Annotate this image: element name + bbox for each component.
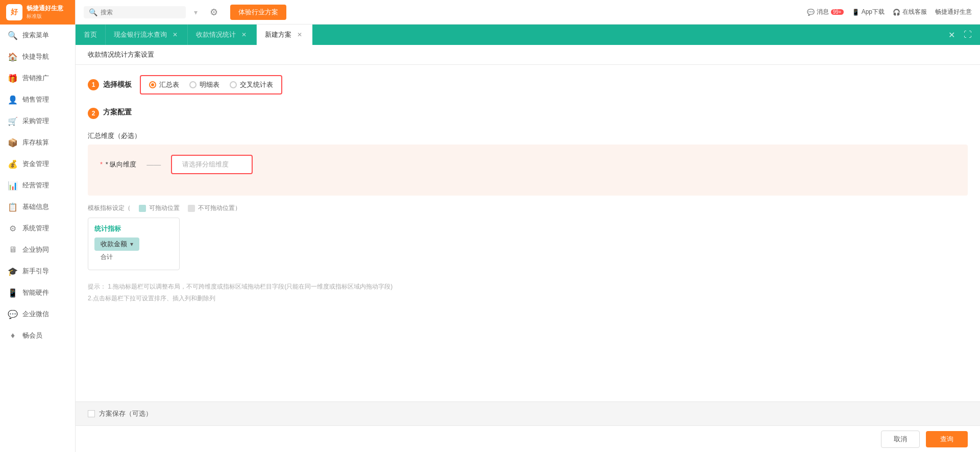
indicator-tags: 收款金额 ▾ 合计 — [94, 237, 173, 264]
clipboard-icon: 📋 — [8, 202, 17, 211]
radio-summary-circle — [149, 81, 156, 88]
sidebar-item-sales[interactable]: 👤 销售管理 — [0, 89, 75, 110]
radio-detail-label: 明细表 — [200, 80, 219, 89]
indicators-group-label: 统计指标 — [94, 224, 173, 233]
page-title: 收款情况统计方案设置 — [88, 51, 154, 58]
sidebar-item-guide[interactable]: 🎓 新手引导 — [0, 260, 75, 282]
sidebar-item-hardware[interactable]: 📱 智能硬件 — [0, 282, 75, 303]
settings-icon[interactable]: ⚙ — [206, 4, 222, 20]
sidebar-item-label: 搜索菜单 — [22, 31, 49, 40]
sidebar-item-label: 销售管理 — [22, 95, 49, 104]
logo-icon: 好 — [6, 4, 22, 20]
sidebar-item-inventory[interactable]: 📦 库存核算 — [0, 132, 75, 153]
sidebar-item-label: 营销推广 — [22, 74, 49, 83]
sidebar-item-purchase[interactable]: 🛒 采购管理 — [0, 110, 75, 132]
indicators-table: 统计指标 收款金额 ▾ 合计 — [88, 218, 180, 270]
sidebar-title-text: 畅捷通好生意 — [27, 5, 63, 13]
search-input[interactable] — [101, 9, 177, 16]
tab-receipt-stats[interactable]: 收款情况统计 ✕ — [188, 25, 257, 45]
tab-receipt-stats-close[interactable]: ✕ — [240, 31, 248, 39]
app-download-button[interactable]: 📱 App下载 — [852, 8, 885, 16]
indicators-section-prefix: 模板指标设定（ — [88, 204, 131, 212]
step1-label: 选择模板 — [103, 80, 132, 89]
cancel-button[interactable]: 取消 — [881, 431, 920, 448]
indicator-sub-label: 合计 — [94, 251, 173, 264]
form-section: 1 选择模板 汇总表 明细表 交叉统计表 — [76, 65, 980, 401]
guide-icon: 🎓 — [8, 267, 17, 276]
sidebar-item-basic-info[interactable]: 📋 基础信息 — [0, 196, 75, 218]
non-draggable-legend-box — [188, 205, 195, 212]
tab-cash-flow-label: 现金银行流水查询 — [114, 30, 167, 39]
page-header: 收款情况统计方案设置 — [76, 45, 980, 65]
download-icon: 📱 — [852, 9, 860, 16]
online-service-button[interactable]: 🎧 在线客服 — [893, 8, 927, 16]
tab-cash-flow[interactable]: 现金银行流水查询 ✕ — [106, 25, 188, 45]
tab-cash-flow-close[interactable]: ✕ — [171, 31, 179, 39]
sidebar-badge: 标准版 — [27, 13, 63, 20]
sidebar-item-system[interactable]: ⚙ 系统管理 — [0, 218, 75, 239]
sidebar-item-member[interactable]: ♦ 畅会员 — [0, 325, 75, 346]
step2-row: 2 方案配置 — [88, 107, 968, 119]
tab-new-plan-close[interactable]: ✕ — [296, 31, 304, 39]
radio-cross-label: 交叉统计表 — [240, 80, 273, 89]
sidebar-item-label: 系统管理 — [22, 224, 49, 233]
box-icon: 📦 — [8, 138, 17, 147]
search-dropdown-icon[interactable]: ▾ — [194, 8, 198, 16]
radio-detail-circle — [189, 81, 197, 88]
sidebar-item-operations[interactable]: 📊 经营管理 — [0, 175, 75, 196]
trial-button[interactable]: 体验行业方案 — [230, 5, 286, 20]
wechat-icon: 💬 — [8, 310, 17, 319]
page-content: 收款情况统计方案设置 1 选择模板 汇总表 明细表 — [76, 45, 980, 425]
radio-cross-circle — [230, 81, 237, 88]
dimension-input-box[interactable]: 请选择分组维度 — [171, 155, 253, 174]
tab-home[interactable]: 首页 — [76, 25, 106, 45]
sidebar-item-capital[interactable]: 💰 资金管理 — [0, 153, 75, 175]
search-icon: 🔍 — [89, 8, 97, 16]
tab-new-plan[interactable]: 新建方案 ✕ — [257, 25, 312, 45]
hint-line-1: 提示： 1.拖动标题栏可以调整布局，不可跨维度或指标区域拖动栏目字段(只能在同一… — [88, 282, 968, 291]
radio-detail[interactable]: 明细表 — [189, 80, 219, 89]
username-display: 畅捷通好生意 — [935, 8, 972, 16]
gear-icon: ⚙ — [8, 224, 17, 233]
topbar-actions: 💬 消息 99+ 📱 App下载 🎧 在线客服 畅捷通好生意 — [807, 8, 972, 16]
sidebar-item-quick-nav[interactable]: 🏠 快捷导航 — [0, 46, 75, 67]
home-icon: 🏠 — [8, 52, 17, 61]
sidebar-nav: 🔍 搜索菜单 🏠 快捷导航 🎁 营销推广 👤 销售管理 🛒 采购管理 📦 库存核… — [0, 25, 75, 452]
sidebar-item-search-menu[interactable]: 🔍 搜索菜单 — [0, 25, 75, 46]
radio-summary[interactable]: 汇总表 — [149, 80, 179, 89]
sidebar-title: 畅捷通好生意 标准版 — [27, 5, 63, 20]
sidebar-item-label: 基础信息 — [22, 202, 49, 211]
tab-close-all-icon[interactable]: ✕ — [945, 29, 958, 41]
notification-badge: 99+ — [831, 9, 844, 15]
gift-icon: 🎁 — [8, 74, 17, 83]
step1-row: 1 选择模板 汇总表 明细表 交叉统计表 — [88, 75, 968, 94]
radio-summary-label: 汇总表 — [159, 80, 179, 89]
dimension-arrow: —— — [146, 160, 161, 169]
query-button[interactable]: 查询 — [926, 431, 968, 447]
sidebar-item-label: 企业协同 — [22, 245, 49, 254]
sidebar-header: 好 畅捷通好生意 标准版 — [0, 0, 75, 25]
tab-receipt-stats-label: 收款情况统计 — [196, 30, 236, 39]
app-download-label: App下载 — [862, 8, 885, 16]
sidebar-item-enterprise[interactable]: 🖥 企业协同 — [0, 239, 75, 260]
step1-badge: 1 — [88, 79, 99, 90]
tab-new-plan-label: 新建方案 — [265, 30, 291, 39]
indicator-tag-receipt[interactable]: 收款金额 ▾ — [94, 237, 139, 251]
tab-expand-icon[interactable]: ⛶ — [962, 29, 974, 41]
save-checkbox[interactable] — [88, 410, 95, 417]
sidebar-item-wechat[interactable]: 💬 企业微信 — [0, 303, 75, 325]
search-box[interactable]: 🔍 — [84, 6, 186, 18]
notification-button[interactable]: 💬 消息 99+ — [807, 8, 844, 16]
tabbar: 首页 现金银行流水查询 ✕ 收款情况统计 ✕ 新建方案 ✕ ✕ ⛶ — [76, 25, 980, 45]
radio-cross[interactable]: 交叉统计表 — [230, 80, 273, 89]
sidebar-item-marketing[interactable]: 🎁 营销推广 — [0, 67, 75, 89]
dimension-area: * * 纵向维度 —— 请选择分组维度 — [88, 145, 968, 196]
member-icon: ♦ — [8, 331, 17, 340]
indicator-dropdown-icon[interactable]: ▾ — [130, 241, 133, 248]
user-icon: 👤 — [8, 95, 17, 104]
template-selection-box: 汇总表 明细表 交叉统计表 — [140, 75, 282, 94]
sidebar-item-label: 库存核算 — [22, 138, 49, 147]
hints-area: 提示： 1.拖动标题栏可以调整布局，不可跨维度或指标区域拖动栏目字段(只能在同一… — [88, 282, 968, 314]
dimension-section-title: 汇总维度（必选） — [88, 131, 968, 140]
config-section: 汇总维度（必选） * * 纵向维度 —— 请选择分组维度 模板指标设定（ — [88, 131, 968, 314]
